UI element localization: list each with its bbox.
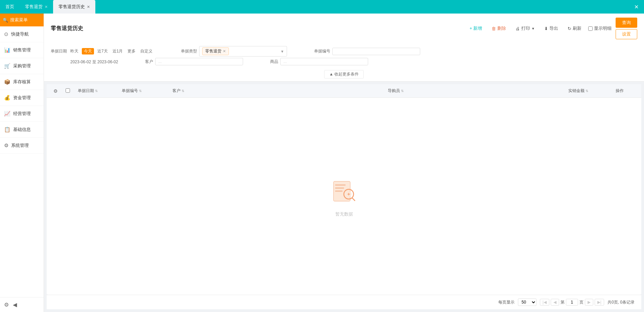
th-num[interactable]: 单据编号 ⇅ — [118, 88, 168, 94]
sidebar-item-label: 库存核算 — [13, 79, 31, 85]
print-label: 打印 — [521, 25, 530, 31]
tab-retail-return-history[interactable]: 零售退货历史 ✕ — [53, 0, 95, 14]
sidebar-item-label: 经营管理 — [13, 111, 31, 117]
goods-placeholder: ... — [283, 59, 287, 64]
print-button[interactable]: 🖨 打印 ▼ — [513, 24, 538, 33]
tab-home[interactable]: 首页 — [0, 0, 20, 14]
num-input[interactable] — [332, 48, 420, 55]
last-page-button[interactable]: ▶| — [595, 299, 604, 306]
refresh-label: 刷新 — [573, 25, 581, 31]
empty-text: 暂无数据 — [335, 211, 353, 217]
tab-retail-return-history-close[interactable]: ✕ — [87, 5, 90, 9]
window-close-button[interactable]: ✕ — [629, 4, 644, 10]
query-button[interactable]: 查询 — [616, 18, 637, 28]
page-label: 第 — [560, 299, 565, 305]
operations-icon: 📈 — [4, 111, 10, 117]
print-icon: 🖨 — [516, 26, 520, 31]
type-select[interactable]: 零售退货 ✕ ▼ — [199, 46, 287, 57]
sidebar-item-quick-nav[interactable]: ⊙ 快捷导航 — [0, 26, 44, 42]
th-date-sort-icon: ⇅ — [95, 89, 98, 93]
export-button[interactable]: ⬇ 导出 — [542, 24, 561, 33]
refresh-button[interactable]: ↻ 刷新 — [565, 24, 584, 33]
pagination-summary: 共0页, 0条记录 — [607, 299, 635, 305]
th-customer-label: 客户 — [172, 88, 181, 94]
next-page-button[interactable]: ▶ — [585, 299, 593, 306]
th-action-label: 操作 — [616, 88, 624, 94]
page-title-row: 零售退货历史 + 新增 🗑 删除 🖨 打印 ▼ ⬇ 导出 — [51, 18, 637, 39]
table-settings-icon[interactable]: ⚙ — [49, 88, 62, 94]
prev-page-button[interactable]: ◀ — [551, 299, 559, 306]
customer-select[interactable]: ... — [155, 58, 243, 65]
sidebar-item-finance[interactable]: 💰 资金管理 — [0, 90, 44, 106]
date-opt-1month[interactable]: 近1月 — [111, 48, 124, 54]
th-date[interactable]: 单据日期 ⇅ — [74, 88, 118, 94]
settings-button[interactable]: 设置 — [616, 29, 637, 39]
date-opt-custom[interactable]: 自定义 — [139, 48, 154, 54]
date-options: 昨天 今天 近7天 近1月 更多 自定义 — [69, 48, 154, 54]
sidebar-item-operations[interactable]: 📈 经营管理 — [0, 106, 44, 122]
display-detail-label: 显示明细 — [594, 25, 612, 31]
pagination-bar: 每页显示 10 20 50 100 |◀ ◀ 第 1 页 ▶ ▶| 共0页, 0… — [47, 295, 641, 309]
th-amount-sort-icon: ⇅ — [586, 89, 588, 93]
svg-line-5 — [352, 198, 355, 201]
collapse-button[interactable]: ▲ 收起更多条件 — [324, 70, 364, 79]
th-guide-label: 导购员 — [388, 88, 400, 94]
th-guide[interactable]: 导购员 ⇅ — [384, 88, 564, 94]
date-opt-yesterday[interactable]: 昨天 — [69, 48, 80, 54]
print-chevron-icon: ▼ — [531, 27, 535, 30]
first-page-button[interactable]: |◀ — [540, 299, 549, 306]
type-select-chevron: ▼ — [280, 49, 284, 53]
per-page-select[interactable]: 10 20 50 100 — [518, 298, 536, 306]
settings-icon[interactable]: ⚙ — [4, 302, 9, 308]
th-customer[interactable]: 客户 ⇅ — [168, 88, 384, 94]
sidebar-item-inventory[interactable]: 📦 库存核算 — [0, 74, 44, 90]
page-header: 零售退货历史 + 新增 🗑 删除 🖨 打印 ▼ ⬇ 导出 — [44, 14, 644, 82]
filter-customer: 客户 ... — [145, 58, 243, 65]
sidebar-item-basics[interactable]: 📋 基础信息 — [0, 122, 44, 138]
filter-row-1: 单据日期 昨天 今天 近7天 近1月 更多 自定义 单据类型 — [51, 46, 637, 57]
sidebar-item-label: 采购管理 — [13, 63, 31, 69]
th-amount[interactable]: 实销金额 ⇅ — [564, 88, 612, 94]
svg-rect-1 — [335, 184, 346, 186]
page-number-input[interactable]: 1 — [566, 299, 578, 306]
sidebar-item-sales[interactable]: 📊 销售管理 — [0, 42, 44, 58]
tab-retail-return-close[interactable]: ✕ — [45, 5, 48, 9]
customer-filter-label: 客户 — [145, 59, 153, 65]
pin-icon[interactable]: ◀ — [13, 302, 17, 308]
table-area: ⚙ 单据日期 ⇅ 单据编号 ⇅ 客户 ⇅ 导购员 ⇅ — [47, 84, 641, 295]
sidebar-item-purchase[interactable]: 🛒 采购管理 — [0, 58, 44, 74]
goods-filter-label: 商品 — [270, 59, 278, 65]
tab-retail-return[interactable]: 零售退货 ✕ — [20, 0, 53, 14]
sidebar-item-system[interactable]: ⚙ 系统管理 — [0, 138, 44, 154]
sidebar: 🔍 搜索菜单 ⊙ 快捷导航 📊 销售管理 🛒 采购管理 📦 库存核算 💰 资金管… — [0, 14, 44, 312]
new-button[interactable]: + 新增 — [467, 24, 485, 33]
goods-select[interactable]: ... — [280, 58, 368, 65]
system-icon: ⚙ — [4, 142, 8, 149]
th-date-label: 单据日期 — [78, 88, 94, 94]
table-header: ⚙ 单据日期 ⇅ 单据编号 ⇅ 客户 ⇅ 导购员 ⇅ — [47, 84, 641, 98]
search-icon: 🔍 — [3, 18, 8, 23]
delete-button[interactable]: 🗑 删除 — [489, 24, 509, 33]
type-tag-remove[interactable]: ✕ — [223, 49, 226, 53]
page-unit: 页 — [579, 299, 583, 305]
filter-goods: 商品 ... — [270, 58, 368, 65]
empty-state: 暂无数据 — [47, 98, 641, 295]
basics-icon: 📋 — [4, 127, 10, 133]
inventory-icon: 📦 — [4, 79, 10, 85]
svg-rect-2 — [335, 187, 344, 189]
sidebar-search[interactable]: 🔍 搜索菜单 — [0, 14, 44, 26]
th-amount-label: 实销金额 — [568, 88, 585, 94]
date-filter-label: 单据日期 — [51, 48, 67, 54]
date-opt-7days[interactable]: 近7天 — [96, 48, 109, 54]
date-opt-more[interactable]: 更多 — [126, 48, 137, 54]
th-num-sort-icon: ⇅ — [139, 89, 142, 93]
display-detail-toggle[interactable]: 显示明细 — [588, 25, 612, 31]
num-filter-label: 单据编号 — [314, 48, 330, 54]
sidebar-item-label: 销售管理 — [13, 47, 31, 53]
table-select-all[interactable] — [62, 88, 74, 94]
display-detail-checkbox[interactable] — [588, 26, 593, 31]
filter-date: 单据日期 昨天 今天 近7天 近1月 更多 自定义 — [51, 48, 154, 54]
type-tag-value: 零售退货 — [205, 48, 221, 54]
date-opt-today[interactable]: 今天 — [82, 48, 94, 54]
select-all-checkbox[interactable] — [66, 88, 70, 93]
